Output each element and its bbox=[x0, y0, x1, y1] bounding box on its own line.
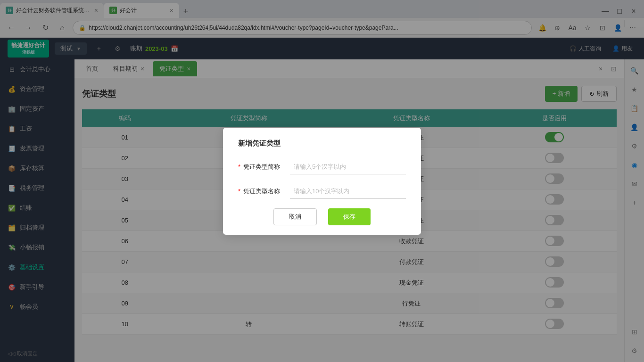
voucher-name-input[interactable] bbox=[290, 184, 406, 199]
cancel-button[interactable]: 取消 bbox=[273, 208, 317, 225]
modal-overlay[interactable]: 新增凭证类型 * 凭证类型简称 * 凭证类型名称 取消 保存 bbox=[0, 0, 644, 362]
voucher-short-input[interactable] bbox=[290, 159, 406, 174]
modal-title: 新增凭证类型 bbox=[238, 139, 406, 148]
modal-name-label: * 凭证类型名称 bbox=[238, 187, 290, 196]
required-mark-1: * bbox=[238, 163, 240, 170]
modal-footer: 取消 保存 bbox=[238, 208, 406, 225]
modal-field-short: * 凭证类型简称 bbox=[238, 159, 406, 174]
modal-short-label: * 凭证类型简称 bbox=[238, 163, 290, 171]
required-mark-2: * bbox=[238, 188, 240, 195]
modal-new-voucher-type: 新增凭证类型 * 凭证类型简称 * 凭证类型名称 取消 保存 bbox=[223, 128, 421, 235]
save-button[interactable]: 保存 bbox=[328, 208, 371, 225]
modal-field-name: * 凭证类型名称 bbox=[238, 184, 406, 199]
